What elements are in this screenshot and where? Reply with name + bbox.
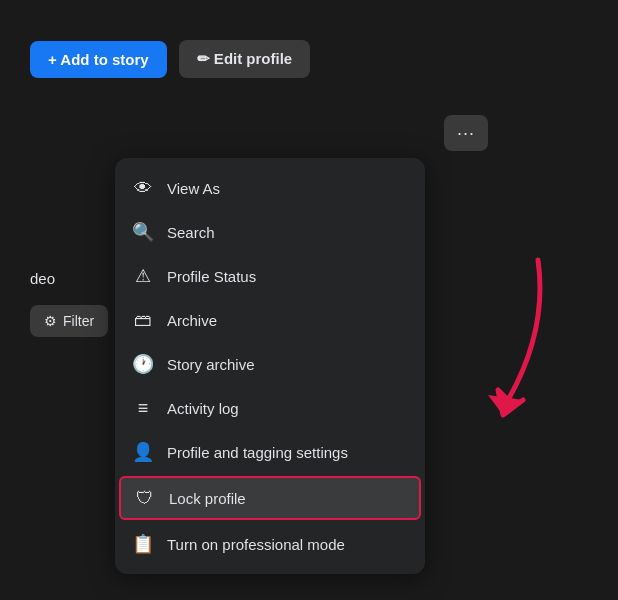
activity-log-label: Activity log bbox=[167, 400, 239, 417]
activity-log-icon: ≡ bbox=[131, 396, 155, 420]
profile-tagging-label: Profile and tagging settings bbox=[167, 444, 348, 461]
view-as-icon: 👁 bbox=[131, 176, 155, 200]
professional-mode-label: Turn on professional mode bbox=[167, 536, 345, 553]
dropdown-menu: 👁View As🔍Search⚠Profile Status🗃Archive🕐S… bbox=[115, 158, 425, 574]
menu-item-lock-profile[interactable]: 🛡Lock profile bbox=[119, 476, 421, 520]
arrow-indicator bbox=[448, 250, 568, 434]
more-options-button[interactable]: ··· bbox=[444, 115, 488, 151]
profile-status-label: Profile Status bbox=[167, 268, 256, 285]
menu-item-search[interactable]: 🔍Search bbox=[115, 210, 425, 254]
profile-status-icon: ⚠ bbox=[131, 264, 155, 288]
professional-mode-icon: 📋 bbox=[131, 532, 155, 556]
archive-icon: 🗃 bbox=[131, 308, 155, 332]
archive-label: Archive bbox=[167, 312, 217, 329]
menu-item-activity-log[interactable]: ≡Activity log bbox=[115, 386, 425, 430]
more-button-container: ··· bbox=[444, 115, 488, 151]
menu-item-view-as[interactable]: 👁View As bbox=[115, 166, 425, 210]
add-to-story-button[interactable]: + Add to story bbox=[30, 41, 167, 78]
profile-tagging-icon: 👤 bbox=[131, 440, 155, 464]
story-archive-label: Story archive bbox=[167, 356, 255, 373]
svg-marker-0 bbox=[488, 395, 523, 415]
filter-label: Filter bbox=[63, 313, 94, 329]
lock-profile-icon: 🛡 bbox=[133, 486, 157, 510]
search-icon: 🔍 bbox=[131, 220, 155, 244]
top-bar: + Add to story ✏ Edit profile bbox=[30, 40, 310, 78]
search-label: Search bbox=[167, 224, 215, 241]
edit-profile-button[interactable]: ✏ Edit profile bbox=[179, 40, 311, 78]
menu-item-professional-mode[interactable]: 📋Turn on professional mode bbox=[115, 522, 425, 566]
menu-item-profile-status[interactable]: ⚠Profile Status bbox=[115, 254, 425, 298]
filter-icon: ⚙ bbox=[44, 313, 57, 329]
filter-button[interactable]: ⚙ Filter bbox=[30, 305, 108, 337]
menu-item-story-archive[interactable]: 🕐Story archive bbox=[115, 342, 425, 386]
menu-item-archive[interactable]: 🗃Archive bbox=[115, 298, 425, 342]
background-label: deo bbox=[30, 270, 55, 287]
lock-profile-label: Lock profile bbox=[169, 490, 246, 507]
menu-item-profile-tagging[interactable]: 👤Profile and tagging settings bbox=[115, 430, 425, 474]
story-archive-icon: 🕐 bbox=[131, 352, 155, 376]
view-as-label: View As bbox=[167, 180, 220, 197]
